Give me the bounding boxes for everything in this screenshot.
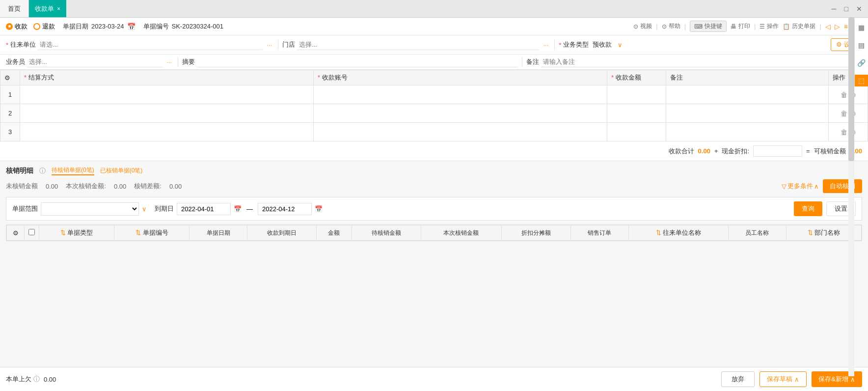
help-label: 帮助 xyxy=(669,22,680,30)
history-icon: 📋 xyxy=(783,23,790,30)
verify-tab-done[interactable]: 已核销单据(0笔) xyxy=(100,167,143,175)
video-action[interactable]: ⊙ 视频 xyxy=(633,22,652,30)
more-conditions-link[interactable]: ▽ 更多条件 ∧ xyxy=(782,182,819,191)
counterparty-input[interactable] xyxy=(38,39,263,50)
close-button[interactable]: ✕ xyxy=(854,3,864,15)
nav-prev-icon[interactable]: ◁ xyxy=(825,23,831,30)
save-draft-button[interactable]: 保存草稿 ∧ xyxy=(760,371,807,387)
row-3-remark[interactable] xyxy=(666,123,829,141)
tab-home[interactable]: 首页 xyxy=(0,0,29,17)
date-separator: — xyxy=(246,205,253,213)
sidebar-grid-icon[interactable]: ▦ xyxy=(856,22,867,33)
biz-type-label: 业务类型 xyxy=(563,40,589,49)
btcol-checkbox[interactable] xyxy=(25,225,39,241)
btcol-discount: 折扣分摊额 xyxy=(501,225,570,241)
counterparty-more-icon[interactable]: ··· xyxy=(265,41,274,49)
print-action[interactable]: 🖶 打印 xyxy=(731,22,750,30)
biz-type-dropdown-icon[interactable]: ∨ xyxy=(618,41,623,49)
current-verify-value: 0.00 xyxy=(114,183,126,190)
verify-tab-pending[interactable]: 待核销单据(0笔) xyxy=(52,166,94,175)
row-3-account[interactable] xyxy=(314,123,607,141)
row-3-amount[interactable] xyxy=(607,123,666,141)
receipt-radio[interactable]: 收款 xyxy=(6,22,27,31)
total-value: 0.00 xyxy=(698,147,710,155)
row-2-delete-icon[interactable]: 🗑 xyxy=(841,110,847,117)
unchecked-label: 未核销金额 xyxy=(6,182,38,191)
date-from-icon[interactable]: 📅 xyxy=(234,205,242,213)
remark-input[interactable] xyxy=(541,56,862,67)
range-select[interactable] xyxy=(41,202,139,216)
bt-settings-icon[interactable]: ⚙ xyxy=(13,229,19,237)
table-row: 3 🗑 ⊕ xyxy=(0,123,868,141)
history-action[interactable]: 📋 历史单据 xyxy=(783,22,815,30)
net-label: 可核销金额 xyxy=(814,147,846,156)
row-1-remark[interactable] xyxy=(666,85,829,104)
minimize-button[interactable]: ─ xyxy=(830,3,839,15)
range-select-arrow[interactable]: ∨ xyxy=(142,205,147,213)
biz-type-value: 预收款 xyxy=(593,40,612,49)
col-settings-header[interactable]: ⚙ xyxy=(0,70,20,85)
print-icon: 🖶 xyxy=(731,23,736,30)
list-view-icon[interactable]: ≡ xyxy=(844,23,848,30)
row-1-account[interactable] xyxy=(314,85,607,104)
save-new-button[interactable]: 保存&新增 ∧ xyxy=(812,371,862,387)
date-to-input[interactable] xyxy=(258,203,312,215)
row-2-remark[interactable] xyxy=(666,104,829,123)
salesperson-input[interactable] xyxy=(27,56,163,67)
store-field: 门店 ··· xyxy=(282,39,550,50)
query-button[interactable]: 查询 xyxy=(794,201,822,216)
btcol-amount: 金额 xyxy=(317,225,352,241)
scrollbar[interactable] xyxy=(848,18,854,376)
row-2-account[interactable] xyxy=(314,104,607,123)
row-2-settlement[interactable] xyxy=(20,104,314,123)
store-input[interactable] xyxy=(297,39,539,50)
tab-receipt[interactable]: 收款单 × xyxy=(29,0,66,17)
btcol-settings[interactable]: ⚙ xyxy=(7,225,25,241)
summary-label: 摘要 xyxy=(182,57,195,66)
date-to-icon[interactable]: 📅 xyxy=(315,205,323,213)
save-arrow-icon[interactable]: ∧ xyxy=(850,376,855,383)
footer: 本单上欠 ⓘ 0.00 放弃 保存草稿 ∧ 保存&新增 ∧ xyxy=(0,367,868,391)
verify-info-icon[interactable]: ⓘ xyxy=(39,167,46,175)
row-2-num: 2 xyxy=(0,104,20,123)
shortcut-label: 快捷键 xyxy=(705,22,722,30)
select-all-checkbox[interactable] xyxy=(28,229,35,235)
auto-verify-button[interactable]: 自动核销 xyxy=(823,179,862,193)
history-label: 历史单据 xyxy=(792,22,815,30)
footer-info-icon[interactable]: ⓘ xyxy=(33,375,40,384)
help-action[interactable]: ⊙ 帮助 xyxy=(662,22,680,30)
row-1-amount[interactable] xyxy=(607,85,666,104)
row-1-settlement[interactable] xyxy=(20,85,314,104)
refund-radio[interactable]: 退款 xyxy=(33,22,55,31)
store-more-icon[interactable]: ··· xyxy=(541,41,550,49)
divider-1 xyxy=(278,40,278,50)
row-1-delete-icon[interactable]: 🗑 xyxy=(841,91,847,99)
salesperson-field: 业务员 ··· xyxy=(6,56,174,67)
calendar-icon[interactable]: 📅 xyxy=(127,23,136,30)
salesperson-more-icon[interactable]: ··· xyxy=(164,58,174,66)
footer-value: 0.00 xyxy=(44,376,56,383)
verify-section: 核销明细 ⓘ 待核销单据(0笔) 已核销单据(0笔) 未核销金额 0.00 本次… xyxy=(0,161,868,367)
sidebar-link-icon[interactable]: 🔗 xyxy=(855,57,868,69)
shortcut-icon: ⌨ xyxy=(694,23,703,30)
sidebar-active-icon[interactable]: ⬚ xyxy=(855,75,868,86)
maximize-button[interactable]: □ xyxy=(842,3,850,15)
tab-close-icon[interactable]: × xyxy=(57,5,60,12)
btcol-current: 本次核销金额 xyxy=(421,225,501,241)
discount-input[interactable] xyxy=(753,145,802,157)
operation-action[interactable]: ☰ 操作 xyxy=(760,22,779,30)
nav-next-icon[interactable]: ▷ xyxy=(835,23,840,30)
draft-arrow-icon[interactable]: ∧ xyxy=(794,376,799,383)
col-amount-header: * 收款金额 xyxy=(607,70,666,85)
row-3-settlement[interactable] xyxy=(20,123,314,141)
discard-button[interactable]: 放弃 xyxy=(721,371,755,387)
range-label: 单据范围 xyxy=(12,204,38,213)
sidebar-list-icon[interactable]: ▤ xyxy=(856,39,867,51)
date-from-input[interactable] xyxy=(177,203,231,215)
shortcut-action[interactable]: ⌨ 快捷键 xyxy=(690,21,727,32)
table-settings-icon[interactable]: ⚙ xyxy=(4,74,10,82)
row-2-amount[interactable] xyxy=(607,104,666,123)
row-3-delete-icon[interactable]: 🗑 xyxy=(841,128,847,136)
scroll-thumb[interactable] xyxy=(848,18,854,161)
summary-input[interactable] xyxy=(197,56,518,67)
